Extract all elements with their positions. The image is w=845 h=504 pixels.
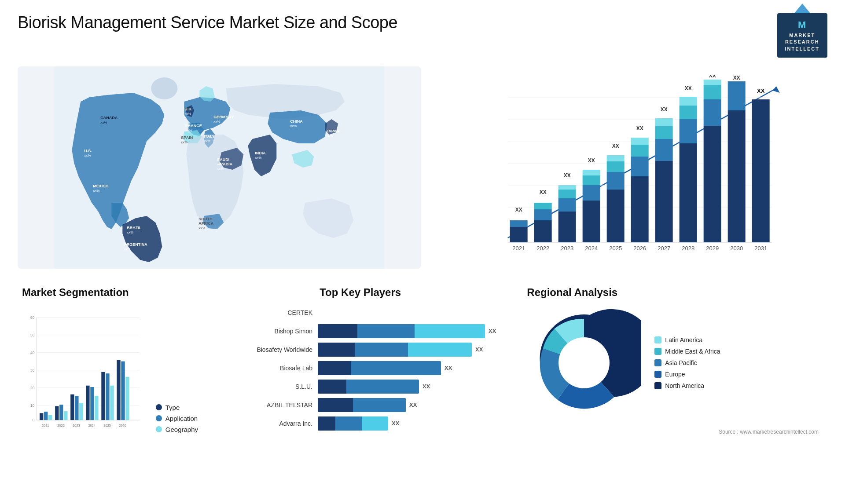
svg-text:2026: 2026: [633, 245, 646, 252]
player-bar-wrap-bishop: XX: [318, 324, 496, 338]
svg-rect-54: [558, 198, 576, 212]
svg-text:2029: 2029: [706, 245, 719, 252]
bar-mid-biosafety: [355, 343, 408, 357]
svg-text:JAPAN: JAPAN: [326, 129, 339, 133]
donut-chart: [527, 306, 641, 420]
logo-box: M MARKET RESEARCH INTELLECT: [777, 13, 828, 58]
bar-light-bishop: [415, 324, 485, 338]
svg-text:0: 0: [33, 418, 35, 422]
page-title: Biorisk Management Service Market Size a…: [18, 13, 397, 32]
svg-text:XX: XX: [636, 125, 643, 131]
legend-label-northamerica: North America: [665, 382, 704, 389]
svg-text:XX: XX: [660, 106, 667, 113]
svg-text:50: 50: [30, 333, 35, 337]
bar-chart-svg: XX 2021 XX 2022 XX 2023 XX 2024: [452, 75, 819, 264]
svg-text:2022: 2022: [57, 424, 65, 427]
player-val-advarra: XX: [392, 420, 399, 427]
bottom-section: Market Segmentation 60 50 40: [18, 282, 827, 493]
svg-rect-44: [510, 227, 527, 242]
legend-label-europe: Europe: [665, 371, 685, 378]
player-row-bishop: Bishop Simon XX: [224, 324, 496, 338]
bar-mid-bishop: [357, 324, 415, 338]
svg-rect-130: [90, 387, 94, 420]
svg-text:XX: XX: [563, 172, 570, 179]
svg-rect-121: [55, 406, 59, 420]
svg-rect-131: [95, 396, 98, 420]
player-row-biosafety: Biosafety Worldwide XX: [224, 343, 496, 357]
donut-area: Latin America Middle East & Africa Asia …: [527, 306, 819, 420]
svg-text:xx%: xx%: [124, 247, 130, 251]
svg-rect-91: [703, 85, 721, 99]
legend-label-geography: Geography: [165, 426, 198, 433]
source-text: Source : www.marketresearchintellect.com: [527, 429, 819, 435]
svg-text:2031: 2031: [754, 245, 767, 252]
svg-text:AFRICA: AFRICA: [198, 221, 213, 226]
player-val-azbil: XX: [409, 402, 417, 408]
svg-text:U.K.: U.K.: [184, 107, 192, 111]
svg-rect-60: [582, 185, 600, 201]
segmentation-title: Market Segmentation: [22, 286, 198, 299]
svg-rect-45: [510, 220, 527, 227]
svg-rect-134: [106, 373, 109, 420]
player-name-certek: CERTEK: [224, 309, 312, 316]
svg-rect-86: [679, 97, 697, 106]
svg-text:SOUTH: SOUTH: [198, 217, 213, 221]
player-val-bishop: XX: [489, 328, 496, 334]
player-val-biosafety: XX: [475, 346, 483, 353]
svg-text:60: 60: [30, 315, 35, 320]
bar-light-biosafety: [408, 343, 472, 357]
svg-rect-80: [655, 118, 672, 126]
legend-dot-europe: [654, 371, 661, 378]
logo-line2: RESEARCH: [785, 39, 820, 45]
svg-text:XX: XX: [612, 143, 619, 149]
svg-rect-129: [86, 386, 89, 420]
svg-rect-66: [606, 172, 624, 190]
svg-rect-74: [631, 138, 648, 145]
bar-mid-slu: [346, 380, 419, 394]
bar-dark-azbil: [318, 398, 353, 412]
player-name-biosafety: Biosafety Worldwide: [224, 346, 312, 353]
svg-rect-118: [44, 412, 48, 420]
svg-rect-83: [679, 143, 697, 242]
svg-rect-85: [679, 106, 697, 119]
legend-dot-northamerica: [654, 382, 661, 389]
svg-rect-50: [534, 203, 551, 209]
player-val-slu: XX: [422, 383, 430, 390]
svg-rect-138: [121, 362, 125, 420]
legend-item-geography: Geography: [156, 426, 198, 433]
player-bar-wrap-advarra: XX: [318, 416, 496, 431]
logo-text-top: M: [785, 18, 820, 32]
legend-dot-latin: [654, 336, 661, 343]
svg-rect-96: [727, 81, 745, 110]
svg-text:XX: XX: [733, 75, 740, 81]
players-title: Top Key Players: [224, 286, 496, 299]
svg-rect-71: [631, 176, 648, 242]
player-bar-wrap-biosafety: XX: [318, 343, 496, 357]
player-bar-slu: [318, 380, 419, 394]
legend-label-application: Application: [165, 415, 198, 422]
svg-rect-135: [110, 386, 114, 420]
segmentation-bars: 60 50 40 30 20 10 0 2021: [22, 306, 147, 446]
bar-dark-slu: [318, 380, 346, 394]
player-bar-wrap-slu: XX: [318, 380, 496, 394]
svg-text:20: 20: [30, 386, 35, 390]
svg-text:2025: 2025: [103, 424, 111, 427]
svg-text:xx%: xx%: [100, 121, 107, 124]
svg-rect-55: [558, 190, 576, 198]
logo-line3: INTELLECT: [785, 46, 820, 52]
svg-text:2022: 2022: [536, 245, 549, 252]
bar-mid-azbil: [353, 398, 406, 412]
top-section: CANADA xx% U.S. xx% MEXICO xx% BRAZIL xx…: [18, 66, 827, 269]
svg-rect-90: [703, 99, 721, 126]
svg-text:GERMANY: GERMANY: [213, 115, 234, 119]
svg-point-141: [558, 337, 610, 388]
svg-rect-65: [606, 190, 624, 242]
svg-text:ITALY: ITALY: [204, 134, 215, 139]
player-bar-wrap-azbil: XX: [318, 398, 496, 412]
svg-text:30: 30: [30, 368, 35, 373]
bar-dark-biosafe: [318, 361, 351, 375]
svg-rect-126: [75, 396, 78, 420]
svg-text:2021: 2021: [42, 424, 49, 427]
svg-marker-35: [772, 86, 779, 93]
legend-item-type: Type: [156, 404, 198, 411]
